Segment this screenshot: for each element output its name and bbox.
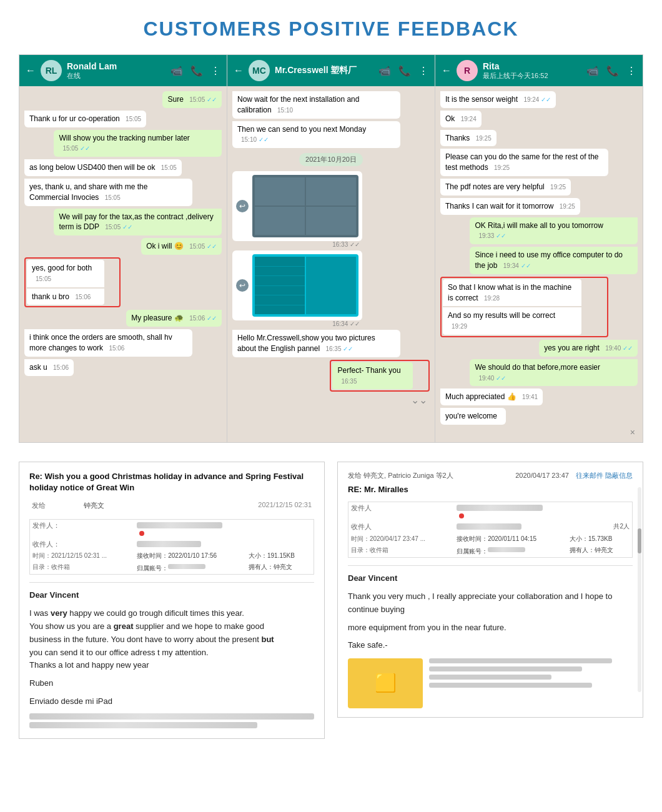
- menu-icon[interactable]: ⋮: [210, 65, 220, 77]
- email-img-text: [429, 658, 633, 691]
- email-attachment-image: 🟨: [348, 658, 423, 708]
- chat-header-1: ← RL Ronald Lam 在线 📹 📞 ⋮: [19, 55, 227, 86]
- back-arrow-icon[interactable]: ←: [26, 65, 36, 76]
- contact-status-1: 在线: [67, 71, 166, 81]
- msg: Perfect- Thank you 16:35: [332, 362, 413, 390]
- msg: yes, good for both 15:05: [27, 260, 104, 287]
- msg: We should do that before,more easier 19:…: [470, 359, 638, 387]
- email-meta-1: 发给 钟亮文 2021/12/15 02:31: [29, 500, 314, 512]
- menu-icon-3[interactable]: ⋮: [626, 65, 636, 77]
- contact-name-2: Mr.Cresswell 塑料厂: [275, 65, 373, 76]
- red-dot-2: [459, 513, 464, 518]
- email-pane-1: Re: Wish you a good Christmas holiday in…: [19, 462, 325, 739]
- email-divider-1: [29, 582, 314, 583]
- email-image-area: 🟨: [348, 658, 633, 708]
- scroll-down-icon[interactable]: ⌄⌄: [411, 394, 427, 406]
- msg: Now wait for the next installation and c…: [232, 91, 400, 119]
- msg: Thank u for ur co-operation 15:05: [24, 111, 146, 127]
- blurred-sender: [137, 522, 222, 528]
- menu-icon-2[interactable]: ⋮: [418, 65, 428, 77]
- chat-body-2: Now wait for the next installation and c…: [227, 86, 435, 442]
- video-icon-2[interactable]: 📹: [378, 65, 391, 77]
- back-arrow-icon-2[interactable]: ←: [234, 65, 244, 76]
- scroll-thumb[interactable]: [638, 528, 641, 553]
- msg: It is the sensor weight 19:24 ✓✓: [440, 91, 556, 108]
- email-footer-blurred: [29, 713, 314, 728]
- msg: ask u 15:06: [24, 359, 74, 376]
- chat-window-2: ← MC Mr.Cresswell 塑料厂 📹 📞 ⋮ Now wait for…: [227, 55, 435, 442]
- chat-header-2: ← MC Mr.Cresswell 塑料厂 📹 📞 ⋮: [227, 55, 435, 86]
- msg: Since i need to use my office computer t…: [470, 247, 638, 274]
- phone-icon[interactable]: 📞: [190, 65, 203, 77]
- avatar-2: MC: [249, 60, 270, 81]
- msg: Much appreciated 👍 19:41: [440, 389, 543, 405]
- msg: Will show you the tracking number later …: [54, 130, 222, 157]
- date-separator: 2021年10月20日: [299, 153, 363, 166]
- chat-window-3: ← R Rita 最后上线于今天16:52 📹 📞 ⋮ It is the se…: [435, 55, 643, 442]
- msg: The pdf notes are very helpful 19:25: [440, 179, 571, 196]
- msg-image-1: ↩ 16:33 ✓✓: [232, 171, 362, 248]
- back-arrow-icon-3[interactable]: ←: [442, 65, 452, 76]
- email-pane-2: 发给 钟亮文, Patricio Zuniga 等2人 2020/04/17 2…: [337, 462, 643, 718]
- msg: i think once the orders are smooth, shal…: [24, 329, 192, 357]
- msg: Hello Mr.Cresswell,show you two pictures…: [232, 330, 400, 357]
- highlighted-msg-perfect: Perfect- Thank you 16:35: [330, 360, 430, 392]
- highlighted-group-1: yes, good for both 15:05 thank u bro 15:…: [24, 257, 121, 307]
- msg: Sure 15:05 ✓✓: [162, 91, 222, 108]
- msg: Then we can send to you next Monday 15:1…: [232, 121, 400, 149]
- email-divider-2: [348, 565, 633, 566]
- email-section: Re: Wish you a good Christmas holiday in…: [19, 462, 643, 739]
- scroll-track: [638, 487, 641, 692]
- contact-name-1: Ronald Lam: [67, 61, 166, 71]
- phone-icon-2[interactable]: 📞: [398, 65, 411, 77]
- email-greeting-1: Dear Vincent: [29, 589, 314, 602]
- chat-body-3: It is the sensor weight 19:24 ✓✓ Ok 19:2…: [435, 86, 643, 442]
- msg: And so my results will be correct 19:29: [443, 307, 581, 335]
- msg: We will pay for the tax,as the contract …: [54, 209, 222, 236]
- email-greeting-2: Dear Vincent: [348, 572, 633, 585]
- email-body-2: Dear Vincent Thank you very much , I rea…: [348, 572, 633, 708]
- video-icon[interactable]: 📹: [170, 65, 183, 77]
- avatar-3: R: [457, 60, 478, 81]
- phone-icon-3[interactable]: 📞: [606, 65, 619, 77]
- email-date-2: 2020/04/17 23:47: [515, 472, 569, 479]
- msg: Thanks I can wait for it tomorrow 19:25: [440, 198, 580, 215]
- msg: yes, thank u, and share with me the Comm…: [24, 179, 192, 206]
- msg: Please can you do the same for the rest …: [440, 149, 608, 176]
- msg: Ok i will 😊 15:05 ✓✓: [141, 238, 222, 255]
- highlighted-group-rita: So that I know what is in the machine is…: [440, 277, 608, 337]
- contact-status-3: 最后上线于今天16:52: [483, 71, 581, 81]
- collapse-icon[interactable]: ×: [630, 427, 635, 437]
- msg: you're welcome: [440, 408, 506, 425]
- msg: as long below USD400 then will be ok 15:…: [24, 159, 182, 176]
- red-dot: [139, 531, 144, 536]
- email-actions[interactable]: 往来邮件 隐蔽信息: [576, 472, 633, 479]
- email-meta-details-1: 发件人： 收件人： 时间：2021/12/15 02:31 ... 接收时间：2…: [29, 519, 314, 575]
- msg-image-2: ↩ 16:34 ✓✓: [232, 250, 362, 327]
- chat-header-3: ← R Rita 最后上线于今天16:52 📹 📞 ⋮: [435, 55, 643, 86]
- msg: Thanks 19:25: [440, 130, 496, 147]
- avatar-1: RL: [41, 60, 62, 81]
- msg: yes you are right 19:40 ✓✓: [539, 340, 638, 357]
- email-subject-2: RE: Mr. Miralles: [348, 484, 633, 495]
- page-title: CUSTOMERS POSITIVE FEEDBACK: [0, 0, 662, 54]
- email-from-2: 发给 钟亮文, Patricio Zuniga 等2人: [348, 472, 453, 479]
- msg: My pleasure 🐢 15:06 ✓✓: [126, 310, 222, 327]
- email-meta-details-2: 发件人 收件人 共2人 时间：2020/04/17 23:47 ... 接收时间…: [348, 502, 633, 558]
- email-meta-top-2: 发给 钟亮文, Patricio Zuniga 等2人 2020/04/17 2…: [348, 471, 633, 480]
- msg: So that I know what is in the machine is…: [443, 279, 581, 307]
- email-body-1: Dear Vincent I was very happy we could g…: [29, 589, 314, 728]
- chat-body-1: Sure 15:05 ✓✓ Thank u for ur co-operatio…: [19, 86, 227, 442]
- blurred-recipient-2: [457, 523, 521, 530]
- video-icon-3[interactable]: 📹: [586, 65, 599, 77]
- msg: OK Rita,i will make all to you tomorrow …: [470, 217, 638, 245]
- blurred-sender-2: [457, 505, 543, 511]
- msg: thank u bro 15:06: [27, 289, 104, 305]
- email-subject-1: Re: Wish you a good Christmas holiday in…: [29, 471, 314, 493]
- chat-section: ← RL Ronald Lam 在线 📹 📞 ⋮ Sure 15:05 ✓✓ T…: [19, 54, 643, 443]
- contact-name-3: Rita: [483, 61, 581, 71]
- msg: Ok 19:24: [440, 111, 482, 127]
- chat-window-1: ← RL Ronald Lam 在线 📹 📞 ⋮ Sure 15:05 ✓✓ T…: [19, 55, 227, 442]
- blurred-recipient: [137, 541, 200, 547]
